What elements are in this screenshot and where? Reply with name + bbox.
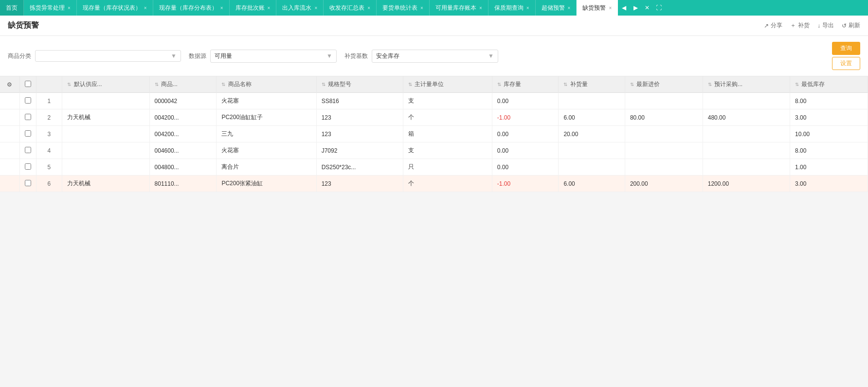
filter-actions: 查询 设置	[832, 42, 860, 70]
replenish-button[interactable]: ＋ 补货	[790, 21, 810, 30]
row-checkbox[interactable]	[25, 147, 31, 153]
row-product-name: 离合片	[217, 159, 316, 176]
tab-shortage[interactable]: 缺货预警 ×	[577, 0, 618, 16]
row-checkbox-cell[interactable]	[19, 176, 36, 192]
tab-close-available-ledger[interactable]: ×	[479, 5, 482, 11]
tab-order-stats[interactable]: 要货单统计表 ×	[377, 0, 430, 16]
row-stock-qty: 0.00	[492, 126, 559, 142]
restock-chevron-icon: ▼	[488, 53, 494, 59]
datasource-filter-group: 数据源 可用量 ▼	[189, 50, 337, 63]
row-latest-price: 80.00	[625, 109, 703, 126]
row-checkbox[interactable]	[25, 130, 31, 137]
row-checkbox-cell[interactable]	[19, 93, 36, 109]
tab-collect-summary[interactable]: 收发存汇总表 ×	[324, 0, 377, 16]
row-estimated-purchase	[703, 126, 790, 142]
tab-home[interactable]: 首页	[0, 0, 24, 16]
row-checkbox[interactable]	[25, 114, 31, 120]
tab-fullscreen[interactable]: ⛶	[653, 0, 665, 16]
tab-close-collect-summary[interactable]: ×	[367, 5, 370, 11]
tab-nav-prev[interactable]: ◀	[618, 0, 630, 16]
column-checkbox[interactable]	[19, 76, 36, 93]
column-product-code[interactable]: ⇅ 商品...	[149, 76, 217, 93]
row-checkbox[interactable]	[25, 180, 31, 186]
column-stock-qty[interactable]: ⇅ 库存量	[492, 76, 559, 93]
row-unit: 个	[403, 109, 492, 126]
category-select[interactable]: ▼	[35, 50, 181, 62]
settings-button[interactable]: 设置	[832, 57, 860, 70]
row-checkbox[interactable]	[25, 163, 31, 170]
row-checkbox-cell[interactable]	[19, 159, 36, 176]
tab-close-abnormal[interactable]: ×	[68, 5, 71, 11]
tab-inventory-dist[interactable]: 现存量（库存分布表） ×	[153, 0, 230, 16]
column-estimated-purchase[interactable]: ⇅ 预计采购...	[703, 76, 790, 93]
row-checkbox-cell[interactable]	[19, 109, 36, 126]
tab-close-overstock[interactable]: ×	[568, 5, 571, 11]
row-supplier	[62, 142, 149, 159]
tab-nav-next[interactable]: ▶	[630, 0, 641, 16]
row-replenish-qty: 6.00	[559, 176, 625, 192]
row-stock-qty: -1.00	[492, 176, 559, 192]
tab-close-expiry[interactable]: ×	[526, 5, 529, 11]
row-min-stock: 1.00	[790, 159, 868, 176]
tab-abnormal[interactable]: 拣货异常处理 ×	[24, 0, 77, 16]
tab-inout-flow[interactable]: 出入库流水 ×	[276, 0, 324, 16]
query-button[interactable]: 查询	[832, 42, 860, 55]
row-unit: 个	[403, 176, 492, 192]
restock-select[interactable]: 安全库存 ▼	[372, 50, 498, 63]
tab-close-batch[interactable]: ×	[268, 5, 271, 11]
row-checkbox[interactable]	[25, 97, 31, 104]
column-latest-price[interactable]: ⇅ 最新进价	[625, 76, 703, 93]
sort-code-icon: ⇅	[155, 82, 159, 87]
row-spec: 123	[316, 126, 403, 142]
table-body: 1 0000042 火花塞 SS816 支 0.00 8.00 2 力天机械 0…	[0, 93, 868, 192]
datasource-chevron-icon: ▼	[326, 53, 332, 59]
row-estimated-purchase	[703, 93, 790, 109]
column-unit[interactable]: ⇅ 主计量单位	[403, 76, 492, 93]
column-settings[interactable]: ⚙	[0, 76, 19, 93]
datasource-select[interactable]: 可用量 ▼	[210, 50, 337, 63]
restock-value: 安全库存	[376, 52, 399, 60]
sort-min-icon: ⇅	[795, 82, 799, 87]
tab-close-inventory-status[interactable]: ×	[144, 5, 147, 11]
replenish-icon: ＋	[790, 21, 796, 30]
category-label: 商品分类	[8, 52, 31, 60]
row-estimated-purchase: 480.00	[703, 109, 790, 126]
restock-filter-group: 补货基数 安全库存 ▼	[344, 50, 498, 63]
tab-batch[interactable]: 库存批次账 ×	[230, 0, 277, 16]
row-product-name: 火花塞	[217, 93, 316, 109]
column-replenish-qty[interactable]: ⇅ 补货量	[559, 76, 625, 93]
column-min-stock[interactable]: ⇅ 最低库存	[790, 76, 868, 93]
export-button[interactable]: ↓ 导出	[817, 21, 834, 30]
tab-close-shortage[interactable]: ×	[609, 5, 612, 11]
row-number: 1	[36, 93, 62, 109]
tab-available-ledger[interactable]: 可用量库存账本 ×	[430, 0, 488, 16]
row-product-code: 004600...	[149, 142, 217, 159]
column-product-name[interactable]: ⇅ 商品名称	[217, 76, 316, 93]
category-chevron-icon: ▼	[171, 53, 177, 59]
tab-expiry[interactable]: 保质期查询 ×	[488, 0, 536, 16]
share-button[interactable]: ↗ 分享	[764, 21, 782, 30]
column-spec[interactable]: ⇅ 规格型号	[316, 76, 403, 93]
refresh-button[interactable]: ↺ 刷新	[842, 21, 860, 30]
select-all-checkbox[interactable]	[25, 81, 31, 87]
row-estimated-purchase	[703, 142, 790, 159]
tab-close-all[interactable]: ✕	[641, 0, 653, 16]
tab-inventory-status[interactable]: 现存量（库存状况表） ×	[77, 0, 153, 16]
data-table: ⚙ ⇅ 默认供应... ⇅ 商品... ⇅ 商品名称	[0, 76, 868, 192]
column-default-supplier[interactable]: ⇅ 默认供应...	[62, 76, 149, 93]
row-unit: 支	[403, 142, 492, 159]
sort-unit-icon: ⇅	[408, 82, 412, 87]
sort-spec-icon: ⇅	[322, 82, 326, 87]
header-actions: ↗ 分享 ＋ 补货 ↓ 导出 ↺ 刷新	[764, 21, 860, 30]
tab-close-inout-flow[interactable]: ×	[314, 5, 317, 11]
row-checkbox-cell[interactable]	[19, 126, 36, 142]
tab-overstock[interactable]: 超储预警 ×	[536, 0, 577, 16]
tab-close-inventory-dist[interactable]: ×	[220, 5, 223, 11]
share-icon: ↗	[764, 22, 769, 29]
row-settings-cell	[0, 176, 19, 192]
row-checkbox-cell[interactable]	[19, 142, 36, 159]
row-number: 5	[36, 159, 62, 176]
row-replenish-qty: 20.00	[559, 126, 625, 142]
tab-close-order-stats[interactable]: ×	[420, 5, 423, 11]
row-product-code: 0000042	[149, 93, 217, 109]
